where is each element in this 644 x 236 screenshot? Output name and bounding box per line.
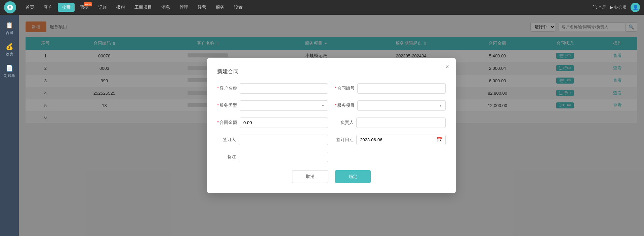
nav-manage[interactable]: 管理 bbox=[175, 3, 192, 12]
service-type-select[interactable] bbox=[240, 100, 328, 111]
contract-amount-label: *合同金额 bbox=[217, 120, 237, 126]
service-type-label: *服务类型 bbox=[217, 102, 237, 108]
new-contract-modal: × 新建合同 *客户名称 *合同编号 *服务类型 bbox=[207, 58, 456, 193]
contract-no-input[interactable] bbox=[357, 83, 446, 94]
sidebar-label-billing: 收费 bbox=[6, 52, 13, 57]
remark-label: 备注 bbox=[217, 154, 236, 160]
remark-field: 备注 bbox=[217, 152, 328, 162]
member-label: 畅会员 bbox=[614, 5, 627, 10]
nav-right: ⛶ 全屏 ▶ 畅会员 👤 bbox=[593, 3, 640, 12]
nav-home[interactable]: 首页 bbox=[22, 3, 38, 12]
nav-tax[interactable]: 报税 bbox=[112, 3, 129, 12]
nav-service[interactable]: 服务 bbox=[212, 3, 229, 12]
modal-close-button[interactable]: × bbox=[445, 63, 449, 70]
contract-icon: 📋 bbox=[6, 21, 13, 29]
billing-icon: 💰 bbox=[6, 43, 13, 50]
sidebar-label-contract: 合同 bbox=[6, 30, 13, 35]
form-row-4: 签订人 签订日期 📅 bbox=[217, 135, 446, 145]
signatory-field: 签订人 bbox=[217, 135, 328, 145]
service-item-label: *服务项目 bbox=[335, 102, 355, 108]
sidebar-label-statement: 对账单 bbox=[4, 73, 15, 78]
nav-operation[interactable]: 经营 bbox=[194, 3, 210, 12]
sign-date-wrapper: 📅 bbox=[356, 135, 446, 145]
fullscreen-label: 全屏 bbox=[598, 5, 606, 10]
sidebar-item-statement[interactable]: 📄 对账单 bbox=[0, 60, 19, 82]
modal-footer: 取消 确定 bbox=[217, 170, 446, 183]
app-logo bbox=[4, 1, 16, 13]
fullscreen-icon: ⛶ bbox=[593, 5, 597, 10]
contract-no-label: *合同编号 bbox=[335, 85, 355, 91]
top-navigation: 首页 客户 收费 票据 new 记账 报税 工商项目 消息 管理 经营 服务 设… bbox=[0, 0, 644, 15]
sidebar-item-contract[interactable]: 📋 合同 bbox=[0, 17, 19, 39]
member-btn[interactable]: ▶ 畅会员 bbox=[610, 5, 627, 10]
customer-name-label: *客户名称 bbox=[217, 85, 237, 91]
calendar-icon[interactable]: 📅 bbox=[437, 137, 442, 142]
form-row-3: *合同金额 负责人 bbox=[217, 117, 446, 128]
nav-bookkeeping[interactable]: 记账 bbox=[94, 3, 111, 12]
confirm-button[interactable]: 确定 bbox=[335, 170, 371, 183]
form-row-2: *服务类型 *服务项目 bbox=[217, 100, 446, 111]
service-item-select[interactable] bbox=[357, 100, 446, 111]
responsible-person-field: 负责人 bbox=[335, 117, 446, 128]
service-item-field: *服务项目 bbox=[335, 100, 446, 111]
nav-message[interactable]: 消息 bbox=[157, 3, 174, 12]
sign-date-input[interactable] bbox=[356, 135, 446, 145]
contract-no-field: *合同编号 bbox=[335, 83, 446, 94]
responsible-person-input[interactable] bbox=[356, 117, 446, 128]
nav-business[interactable]: 工商项目 bbox=[130, 3, 156, 12]
signatory-label: 签订人 bbox=[217, 137, 236, 143]
cancel-button[interactable]: 取消 bbox=[292, 170, 328, 183]
nav-billing[interactable]: 收费 bbox=[58, 3, 75, 12]
modal-title: 新建合同 bbox=[217, 68, 446, 75]
modal-overlay: × 新建合同 *客户名称 *合同编号 *服务类型 bbox=[19, 15, 644, 236]
statement-icon: 📄 bbox=[6, 64, 13, 72]
content-area: 新增 服务项目 进行中 已完成 全部 🔍 序号 合同编码 ⇅ 客户名称 ⇅ 服务… bbox=[19, 15, 644, 236]
play-icon: ▶ bbox=[610, 5, 613, 10]
new-badge: new bbox=[84, 2, 92, 6]
form-row-1: *客户名称 *合同编号 bbox=[217, 83, 446, 94]
customer-name-field: *客户名称 bbox=[217, 83, 328, 94]
responsible-person-label: 负责人 bbox=[335, 120, 354, 126]
fullscreen-btn[interactable]: ⛶ 全屏 bbox=[593, 5, 606, 10]
nav-invoice[interactable]: 票据 new bbox=[76, 3, 93, 12]
contract-amount-field: *合同金额 bbox=[217, 117, 328, 128]
sign-date-label: 签订日期 bbox=[335, 137, 354, 143]
signatory-input[interactable] bbox=[239, 135, 328, 145]
sign-date-field: 签订日期 📅 bbox=[335, 135, 446, 145]
service-type-field: *服务类型 bbox=[217, 100, 328, 111]
contract-amount-input[interactable] bbox=[240, 117, 328, 128]
nav-settings[interactable]: 设置 bbox=[230, 3, 247, 12]
customer-name-input[interactable] bbox=[240, 83, 328, 94]
main-layout: 📋 合同 💰 收费 📄 对账单 新增 服务项目 进行中 已完成 全部 🔍 bbox=[0, 15, 644, 236]
sidebar-item-billing[interactable]: 💰 收费 bbox=[0, 39, 19, 60]
remark-input[interactable] bbox=[239, 152, 328, 162]
sidebar: 📋 合同 💰 收费 📄 对账单 bbox=[0, 15, 19, 236]
nav-items: 首页 客户 收费 票据 new 记账 报税 工商项目 消息 管理 经营 服务 设… bbox=[22, 3, 593, 12]
nav-customer[interactable]: 客户 bbox=[40, 3, 56, 12]
service-item-wrapper bbox=[357, 100, 446, 111]
avatar[interactable]: 👤 bbox=[631, 3, 640, 12]
service-type-wrapper bbox=[240, 100, 328, 111]
form-row-5: 备注 bbox=[217, 152, 446, 162]
